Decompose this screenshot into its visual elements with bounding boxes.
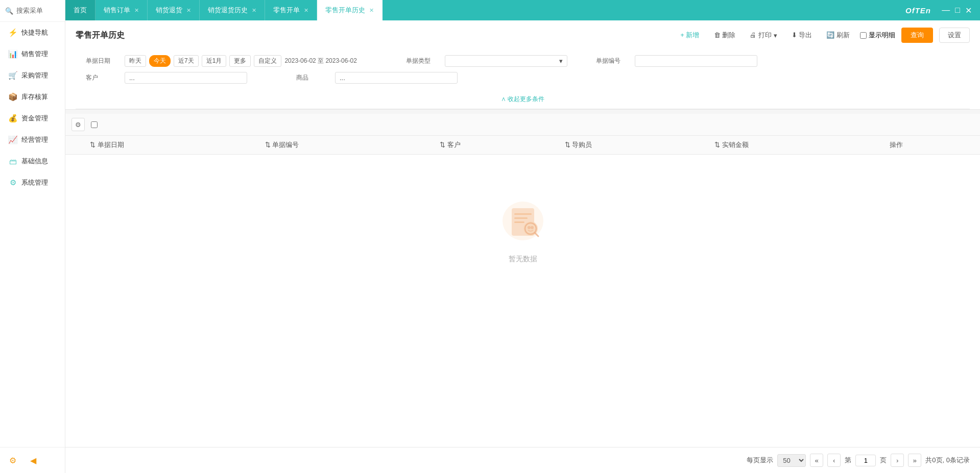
total-info: 共0页, 0条记录 (925, 456, 970, 465)
settings-button[interactable]: 设置 (939, 28, 970, 43)
sidebar-item-sales-mgmt[interactable]: 📊 销售管理 (0, 43, 65, 65)
sidebar-item-quick-nav[interactable]: ⚡ 快捷导航 (0, 22, 65, 43)
sidebar-item-label: 快捷导航 (21, 28, 48, 37)
tab-home[interactable]: 首页 (65, 0, 95, 20)
date-btn-custom[interactable]: 自定义 (254, 55, 281, 67)
settings-bottom-icon[interactable]: ⚙ (5, 453, 20, 468)
column-settings-button[interactable]: ⚙ (71, 118, 85, 131)
tab-sales-order[interactable]: 销售订单 ✕ (95, 0, 148, 20)
last-page-icon: » (913, 457, 917, 464)
content-area: 零售开单历史 + 新增 🗑 删除 🖨 打印 ▾ ⬇ 导出 (65, 20, 980, 473)
product-filter-select[interactable]: ... (335, 72, 458, 84)
refresh-button[interactable]: 🔄 刷新 (822, 29, 854, 42)
page-size-select[interactable]: 20 50 100 (777, 454, 806, 467)
th-actual-amount[interactable]: ⇅ 实销金额 (708, 136, 883, 155)
th-number[interactable]: ⇅ 单据编号 (259, 136, 434, 155)
table-header-row: ⇅ 单据日期 ⇅ 单据编号 ⇅ 客户 ⇅ (65, 136, 980, 155)
type-filter-select[interactable]: ▾ (445, 55, 567, 67)
empty-icon (497, 195, 548, 246)
collapse-filter-bar[interactable]: ∧ 收起更多条件 (76, 93, 970, 109)
table-container: ⚙ ⇅ 单据日期 ⇅ 单据编号 (65, 114, 980, 447)
tab-sales-return-history[interactable]: 销货退货历史 ✕ (200, 0, 265, 20)
svg-point-8 (528, 226, 531, 229)
display-detail-label: 显示明细 (869, 31, 895, 40)
sidebar-search[interactable]: 🔍 搜索采单 (0, 0, 65, 22)
tab-sales-return-history-close[interactable]: ✕ (252, 7, 256, 14)
date-range-display: 2023-06-02 至 2023-06-02 (284, 57, 356, 65)
th-date[interactable]: ⇅ 单据日期 (84, 136, 259, 155)
add-button[interactable]: + 新增 (676, 29, 703, 42)
sidebar-item-purchase-mgmt[interactable]: 🛒 采购管理 (0, 65, 65, 86)
svg-point-9 (531, 226, 534, 229)
prev-page-button[interactable]: ‹ (827, 454, 841, 467)
refresh-label: 🔄 刷新 (826, 31, 850, 40)
date-btn-1month[interactable]: 近1月 (202, 55, 227, 67)
tab-sales-return-close[interactable]: ✕ (186, 7, 191, 14)
type-filter-label: 单据类型 (406, 57, 437, 65)
basic-info-icon: 🗃 (8, 157, 17, 166)
product-filter-label: 商品 (296, 73, 327, 82)
tab-sales-return-label: 销货退货 (156, 6, 182, 15)
tab-retail-open[interactable]: 零售开单 ✕ (265, 0, 317, 20)
delete-button[interactable]: 🗑 删除 (710, 29, 740, 42)
sidebar-item-system[interactable]: ⚙ 系统管理 (0, 172, 65, 193)
brand-area: OfTEn (905, 0, 939, 20)
date-btn-today[interactable]: 今天 (149, 55, 171, 67)
sidebar-item-operations[interactable]: 📈 经营管理 (0, 129, 65, 151)
tab-sales-return[interactable]: 销货退货 ✕ (148, 0, 200, 20)
tab-retail-open-history[interactable]: 零售开单历史 ✕ (317, 0, 383, 20)
sidebar-search-label: 搜索采单 (16, 6, 43, 15)
date-btn-more[interactable]: 更多 (229, 55, 251, 67)
page-size-label: 每页显示 (747, 456, 773, 465)
window-minimize[interactable]: — (942, 6, 950, 15)
add-label: + 新增 (680, 31, 699, 40)
display-detail-checkbox[interactable] (860, 32, 867, 39)
last-page-button[interactable]: » (908, 454, 921, 467)
main-area: 首页 销售订单 ✕ 销货退货 ✕ 销货退货历史 ✕ 零售开单 ✕ 零售开单历史 … (65, 0, 980, 473)
tab-retail-open-close[interactable]: ✕ (304, 7, 308, 14)
page-number-input[interactable] (855, 455, 876, 466)
prev-page-icon: ‹ (833, 457, 835, 464)
tab-retail-open-history-label: 零售开单历史 (325, 6, 365, 15)
tab-retail-open-label: 零售开单 (273, 6, 300, 15)
svg-rect-4 (514, 221, 524, 223)
table-toolbar: ⚙ (65, 114, 980, 136)
customer-filter-select[interactable]: ... (125, 72, 247, 84)
date-btn-7days[interactable]: 近7天 (174, 55, 199, 67)
th-customer[interactable]: ⇅ 客户 (434, 136, 558, 155)
toolbar: + 新增 🗑 删除 🖨 打印 ▾ ⬇ 导出 🔄 刷新 (676, 28, 970, 43)
sidebar-item-basic-info[interactable]: 🗃 基础信息 (0, 151, 65, 172)
product-filter-value: ... (340, 74, 345, 82)
export-button[interactable]: ⬇ 导出 (787, 29, 817, 42)
filter-area: 单据日期 昨天 今天 近7天 近1月 更多 自定义 2023-06-02 至 2… (76, 49, 970, 93)
select-all-checkbox[interactable] (91, 121, 98, 128)
quick-nav-icon: ⚡ (8, 28, 17, 37)
sidebar-item-label: 基础信息 (21, 157, 48, 166)
tab-sales-order-close[interactable]: ✕ (134, 7, 139, 14)
next-page-button[interactable]: › (891, 454, 904, 467)
sidebar-item-inventory[interactable]: 📦 库存核算 (0, 86, 65, 108)
number-filter-input[interactable] (635, 55, 757, 67)
next-page-icon: › (896, 457, 898, 464)
tab-home-label: 首页 (74, 6, 87, 15)
tab-sales-return-history-label: 销货退货历史 (208, 6, 248, 15)
svg-rect-2 (514, 213, 532, 215)
window-maximize[interactable]: □ (955, 6, 960, 15)
sidebar-item-label: 采购管理 (21, 71, 48, 80)
first-page-button[interactable]: « (810, 454, 823, 467)
sidebar-item-label: 资金管理 (21, 114, 48, 123)
th-salesperson[interactable]: ⇅ 导购员 (559, 136, 709, 155)
print-dropdown-icon[interactable]: ▾ (774, 32, 777, 39)
sidebar-item-finance[interactable]: 💰 资金管理 (0, 108, 65, 129)
page-header: 零售开单历史 + 新增 🗑 删除 🖨 打印 ▾ ⬇ 导出 (65, 20, 980, 110)
collapse-sidebar-icon[interactable]: ◀ (26, 453, 41, 468)
query-button[interactable]: 查询 (901, 28, 933, 43)
tab-retail-open-history-close[interactable]: ✕ (369, 7, 374, 14)
display-detail-toggle[interactable]: 显示明细 (860, 31, 895, 40)
finance-icon: 💰 (8, 114, 17, 123)
date-btn-yesterday[interactable]: 昨天 (125, 55, 146, 67)
system-icon: ⚙ (8, 178, 17, 187)
window-close[interactable]: ✕ (965, 6, 972, 15)
sidebar-item-label: 系统管理 (21, 178, 48, 187)
print-button[interactable]: 🖨 打印 ▾ (746, 29, 781, 42)
